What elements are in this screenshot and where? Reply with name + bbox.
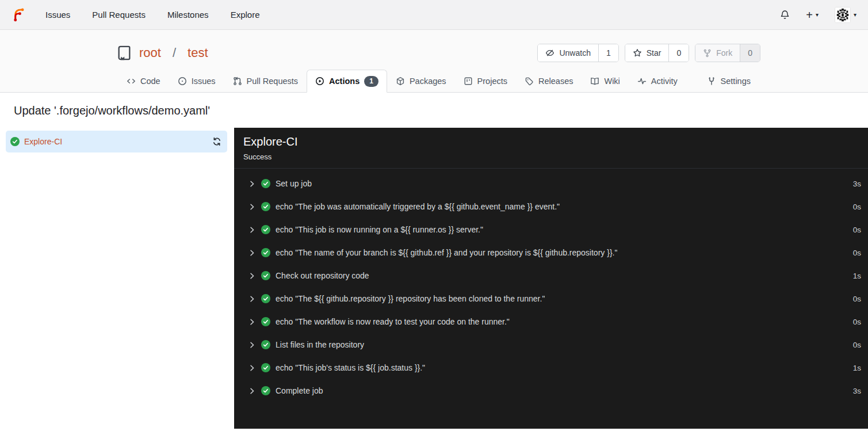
- tab-code[interactable]: Code: [118, 70, 169, 93]
- tab-settings[interactable]: Settings: [698, 70, 759, 93]
- step-duration: 3s: [846, 387, 861, 395]
- eye-slash-icon: [545, 48, 555, 58]
- navbar-right: + ▾: [780, 7, 856, 23]
- repo-action-buttons: Unwatch 1 Star 0: [537, 44, 760, 62]
- tab-packages[interactable]: Packages: [387, 70, 455, 93]
- tab-releases[interactable]: Releases: [516, 70, 582, 93]
- job-step-row[interactable]: echo "The ${{ github.repository }} repos…: [248, 287, 861, 310]
- fork-button-group: Fork 0: [695, 44, 760, 62]
- navbar-links: Issues Pull Requests Milestones Explore: [45, 10, 259, 20]
- job-step-row[interactable]: echo "This job is now running on a ${{ r…: [248, 218, 861, 241]
- project-board-icon: [464, 77, 473, 86]
- check-circle-icon: [261, 363, 270, 372]
- step-name: Set up job: [276, 179, 312, 188]
- step-duration: 3s: [846, 180, 861, 188]
- step-name: echo "The job was automatically triggere…: [276, 202, 560, 211]
- chevron-right-icon: [248, 203, 256, 211]
- create-new-dropdown[interactable]: + ▾: [806, 9, 819, 21]
- step-duration: 0s: [846, 226, 861, 234]
- watch-button-group: Unwatch 1: [537, 44, 618, 62]
- star-icon: [633, 48, 642, 58]
- issue-icon: [178, 77, 187, 86]
- repo-name-link[interactable]: test: [188, 45, 208, 60]
- stars-count[interactable]: 0: [668, 44, 689, 62]
- watchers-count[interactable]: 1: [598, 44, 618, 62]
- step-duration: 0s: [846, 341, 861, 349]
- job-panel-title: Explore-CI: [243, 134, 859, 150]
- check-circle-icon: [261, 179, 270, 188]
- step-name: echo "This job is now running on a ${{ r…: [276, 225, 483, 234]
- rerun-job-icon[interactable]: [212, 137, 221, 146]
- check-circle-icon: [261, 294, 270, 303]
- job-step-row[interactable]: Complete job 3s: [248, 379, 861, 402]
- chevron-right-icon: [248, 180, 256, 188]
- job-step-row[interactable]: echo "This job's status is ${{ job.statu…: [248, 356, 861, 379]
- job-step-row[interactable]: List files in the repository 0s: [248, 333, 861, 356]
- tab-activity[interactable]: Activity: [629, 70, 686, 93]
- nav-explore[interactable]: Explore: [231, 10, 260, 20]
- caret-down-icon: ▾: [816, 12, 819, 18]
- check-circle-icon: [261, 202, 270, 211]
- job-item-explore-ci[interactable]: Explore-CI: [6, 131, 227, 152]
- workflow-run-title: Update '.forgejo/workflows/demo.yaml': [14, 102, 854, 119]
- step-duration: 0s: [846, 249, 861, 257]
- chevron-right-icon: [248, 226, 256, 234]
- tab-issues[interactable]: Issues: [169, 70, 224, 93]
- book-open-icon: [590, 77, 599, 86]
- repo-separator: /: [173, 45, 176, 60]
- user-menu[interactable]: ▾: [835, 7, 856, 23]
- code-icon: [127, 77, 136, 86]
- check-circle-icon: [261, 248, 270, 257]
- star-button-group: Star 0: [625, 44, 689, 62]
- check-circle-icon: [261, 386, 270, 395]
- pull-request-icon: [233, 77, 242, 86]
- repo-header: root / test Unwatch 1: [0, 30, 868, 93]
- job-status-text: Success: [243, 152, 859, 161]
- job-panel-header: Explore-CI Success: [234, 128, 868, 169]
- tab-wiki[interactable]: Wiki: [582, 70, 628, 93]
- run-layout: Explore-CI Explore-CI Success: [0, 128, 868, 429]
- tab-pull-requests[interactable]: Pull Requests: [224, 70, 307, 93]
- repo-book-icon: [116, 45, 132, 61]
- job-step-row[interactable]: Check out repository code 1s: [248, 264, 861, 287]
- job-step-row[interactable]: echo "The job was automatically triggere…: [248, 195, 861, 218]
- tab-actions[interactable]: Actions 1: [307, 70, 387, 93]
- forgejo-logo-icon[interactable]: [12, 7, 27, 22]
- star-button[interactable]: Star: [625, 44, 669, 62]
- nav-pull-requests[interactable]: Pull Requests: [92, 10, 146, 20]
- top-navbar: Issues Pull Requests Milestones Explore …: [0, 0, 868, 30]
- job-log-panel: Explore-CI Success Set up job 3s: [234, 128, 868, 429]
- step-name: echo "The name of your branch is ${{ git…: [276, 248, 617, 257]
- actions-count-badge: 1: [364, 76, 378, 87]
- repo-title: root / test: [116, 45, 208, 61]
- jobs-sidebar: Explore-CI: [0, 128, 234, 429]
- tag-icon: [525, 77, 534, 86]
- check-circle-icon: [261, 340, 270, 349]
- forks-count: 0: [740, 44, 760, 62]
- chevron-right-icon: [248, 249, 256, 257]
- step-duration: 1s: [846, 364, 861, 372]
- step-name: List files in the repository: [276, 340, 364, 349]
- chevron-right-icon: [248, 295, 256, 303]
- chevron-right-icon: [248, 318, 256, 326]
- tab-projects[interactable]: Projects: [455, 70, 516, 93]
- user-avatar: [835, 7, 851, 23]
- job-step-row[interactable]: Set up job 3s: [248, 172, 861, 195]
- tool-icon: [707, 77, 716, 86]
- nav-milestones[interactable]: Milestones: [167, 10, 209, 20]
- repo-owner-link[interactable]: root: [139, 45, 161, 60]
- step-name: Check out repository code: [276, 271, 369, 280]
- job-name: Explore-CI: [24, 137, 208, 146]
- step-name: echo "The workflow is now ready to test …: [276, 317, 510, 326]
- nav-issues[interactable]: Issues: [45, 10, 70, 20]
- check-circle-icon: [10, 137, 20, 146]
- job-step-row[interactable]: echo "The workflow is now ready to test …: [248, 310, 861, 333]
- chevron-right-icon: [248, 272, 256, 280]
- play-circle-icon: [315, 77, 324, 86]
- unwatch-button[interactable]: Unwatch: [538, 44, 598, 62]
- job-step-row[interactable]: echo "The name of your branch is ${{ git…: [248, 241, 861, 264]
- package-icon: [396, 77, 405, 86]
- step-duration: 0s: [846, 295, 861, 303]
- chevron-right-icon: [248, 387, 256, 395]
- notifications-bell-icon[interactable]: [780, 10, 790, 20]
